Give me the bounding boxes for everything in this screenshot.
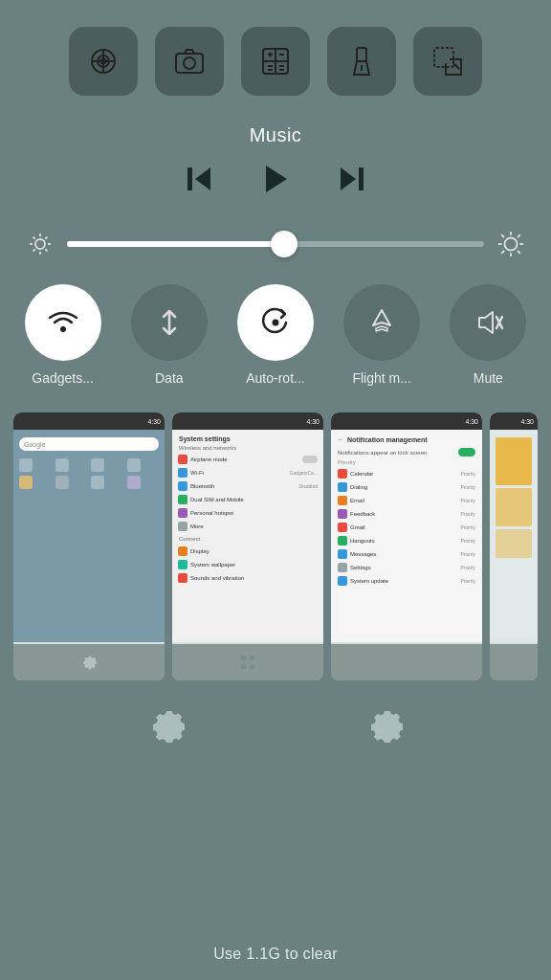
airplane-icon [364,304,400,341]
gear-icons-row [0,680,551,761]
svg-line-34 [33,249,35,251]
recent-app-notifications[interactable]: 4:30 ← Notification management Notificat… [331,412,482,680]
camera-button[interactable] [155,27,224,96]
screenshot-icon [430,44,465,78]
svg-line-41 [518,251,520,254]
recent-app-settings[interactable]: 4:30 System settings Wireless and networ… [172,412,323,680]
brightness-slider[interactable] [67,241,484,247]
autorotate-toggle[interactable]: Auto-rot... [232,284,319,386]
camera-icon [172,44,207,78]
gadgets-circle [25,284,101,361]
brightness-high-icon [497,231,524,257]
settings-statusbar: 4:30 [172,412,323,430]
settings-screen-preview: 4:30 System settings Wireless and networ… [172,412,323,642]
home-screen-preview: 4:30 Google [13,412,165,642]
svg-line-31 [33,237,35,239]
next-button[interactable] [333,160,371,198]
flight-toggle[interactable]: Flight m... [339,284,425,386]
svg-marker-23 [266,166,287,192]
calculator-icon [258,44,293,78]
extra-statusbar: 4:30 [490,412,538,430]
svg-rect-25 [359,167,364,190]
home-thumb-gear [13,644,165,680]
settings-gear-left-icon [141,699,192,750]
svg-line-40 [501,234,504,237]
clear-memory-label[interactable]: Use 1.1G to clear [0,946,551,963]
appgrid-icon [239,654,256,671]
notif-thumb-bottom [331,644,482,680]
svg-marker-21 [195,167,210,190]
data-label: Data [155,370,184,386]
extra-screen-preview: 4:30 [490,412,538,642]
gear-button-left[interactable] [138,696,195,753]
svg-point-6 [184,57,195,69]
screenshot-button[interactable] [413,27,482,96]
svg-point-35 [504,237,517,250]
brightness-thumb[interactable] [271,231,298,257]
data-circle [131,284,208,361]
wifi-icon [45,304,81,341]
data-icon [151,304,187,341]
notif-statusbar: 4:30 [331,412,482,430]
gyroscope-icon [86,44,121,78]
gyroscope-button[interactable] [69,27,138,96]
brightness-fill [67,241,284,247]
svg-point-4 [101,59,106,64]
music-label: Music [250,124,302,146]
autorotate-circle [237,284,314,361]
mute-icon [470,304,506,341]
home-screen-content: Google [13,430,165,642]
svg-line-42 [518,234,520,237]
settings-gear-right-icon [359,699,410,750]
svg-rect-51 [250,656,254,660]
svg-rect-53 [250,664,254,669]
svg-line-20 [453,63,459,69]
extra-content [490,430,538,642]
gear-icon-home [78,652,99,673]
recent-apps: 4:30 Google [0,412,551,680]
flight-label: Flight m... [352,370,410,386]
flashlight-button[interactable] [327,27,396,96]
svg-line-43 [501,251,504,254]
home-statusbar: 4:30 [13,412,165,430]
notif-content: ← Notification management Notifications … [331,430,482,642]
mute-toggle[interactable]: Mute [445,284,531,386]
mute-circle [450,284,526,361]
recent-app-home[interactable]: 4:30 Google [13,412,165,680]
svg-rect-22 [187,167,192,190]
svg-point-26 [35,239,45,249]
gadgets-toggle[interactable]: Gadgets... [20,284,106,386]
toggles-row: Gadgets... Data Auto-rot... [0,275,551,386]
svg-rect-19 [434,48,453,67]
autorotate-label: Auto-rot... [246,370,304,386]
extra-thumb-bottom [490,644,538,680]
brightness-row [0,213,551,275]
settings-thumb-bottom [172,644,323,680]
music-controls [180,160,371,198]
notif-screen-preview: 4:30 ← Notification management Notificat… [331,412,482,642]
play-button[interactable] [256,160,295,198]
flashlight-icon [344,44,379,78]
svg-point-46 [272,320,278,326]
data-toggle[interactable]: Data [126,284,212,386]
calculator-button[interactable] [241,27,310,96]
svg-line-33 [45,237,47,239]
quick-icons-row [0,0,551,115]
flight-circle [343,284,420,361]
svg-rect-17 [357,48,366,61]
settings-content: System settings Wireless and networks Ai… [172,430,323,642]
music-section: Music [0,115,551,213]
gear-button-right[interactable] [356,696,413,753]
mute-label: Mute [474,370,503,386]
svg-marker-47 [479,312,493,333]
autorotate-icon [257,304,294,341]
svg-line-32 [45,249,47,251]
svg-marker-24 [341,167,356,190]
brightness-low-icon [27,231,54,257]
prev-button[interactable] [180,160,218,198]
gadgets-label: Gadgets... [32,370,94,386]
svg-rect-52 [241,664,246,669]
svg-rect-50 [241,656,246,660]
recent-app-extra[interactable]: 4:30 [490,412,538,680]
svg-point-44 [60,326,66,332]
